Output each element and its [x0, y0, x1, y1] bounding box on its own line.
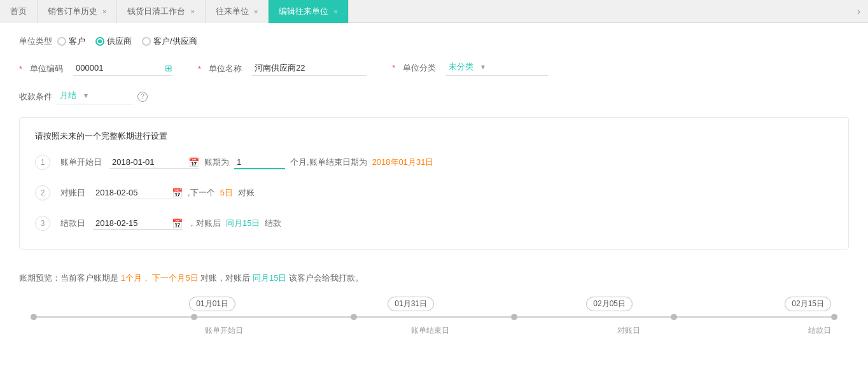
timeline-badge-2: 01月31日: [388, 297, 434, 311]
period-section-box: 请按照未来的一个完整帐期进行设置 1 账单开始日 📅 账期为 个月,账单结束日期…: [19, 117, 849, 250]
unit-name-input[interactable]: [252, 62, 367, 74]
radio-customer-label: 客户: [69, 36, 85, 47]
unit-name-required: *: [198, 64, 201, 74]
preview-part2: 下一个月5日: [152, 273, 198, 283]
timeline-start-dot: [31, 314, 37, 320]
tab-sales-order-history-close[interactable]: ×: [102, 8, 106, 15]
unit-class-value: 未分类: [446, 60, 476, 74]
tab-home[interactable]: 首页: [0, 0, 38, 23]
period-suffix-text-3: 结款: [265, 218, 281, 229]
period-section-title: 请按照未来的一个完整帐期进行设置: [35, 130, 833, 142]
timeline-node-3: 02月05日: [586, 297, 633, 311]
tab-edit-partner-unit[interactable]: 编辑往来单位 ×: [269, 0, 348, 23]
period-cal-icon-2[interactable]: 📅: [172, 188, 183, 198]
tab-edit-partner-unit-close[interactable]: ×: [333, 8, 337, 15]
period-end-text-1: 个月,账单结束日期为: [290, 157, 367, 168]
timeline-badge-4: 02月15日: [785, 297, 831, 311]
period-cal-icon-1[interactable]: 📅: [188, 157, 199, 167]
tab-partner-units-close[interactable]: ×: [254, 8, 258, 15]
tab-cash-flow-workbench-close[interactable]: ×: [190, 8, 194, 15]
period-date-input-2: 📅: [93, 186, 183, 199]
unit-type-radio-group: 客户 供应商 客户/供应商: [57, 36, 197, 47]
unit-code-input[interactable]: [73, 62, 162, 74]
unit-code-icon[interactable]: ⊞: [165, 63, 172, 73]
period-field-label-2: 对账日: [60, 187, 85, 199]
payment-condition-label: 收款条件: [19, 91, 52, 102]
timeline-label-col-4: 结款日: [808, 323, 831, 336]
tab-cash-flow-workbench[interactable]: 钱货日清工作台 ×: [117, 0, 205, 23]
timeline-line-1: [37, 316, 191, 318]
timeline-badge-3: 02月05日: [586, 297, 633, 311]
period-highlight-3: 同月15日: [226, 218, 260, 229]
radio-customer-supplier-circle: [142, 37, 151, 46]
period-date-value-2[interactable]: [93, 186, 169, 199]
tab-home-label: 首页: [10, 6, 27, 17]
period-row-3: 3 结款日 📅 ，对账后 同月15日 结款: [35, 216, 833, 231]
period-date-value-3[interactable]: [93, 217, 169, 229]
period-field-label-3: 结款日: [60, 218, 85, 229]
timeline-label-col-2: 账单结束日: [411, 323, 449, 336]
radio-customer-supplier[interactable]: 客户/供应商: [142, 36, 197, 47]
period-num-input-1[interactable]: [234, 156, 285, 169]
timeline-badge-1: 01月01日: [189, 297, 235, 311]
tabs-scroll-arrow[interactable]: ›: [850, 6, 868, 17]
tab-sales-order-history-label: 销售订单历史: [48, 6, 97, 17]
radio-customer[interactable]: 客户: [57, 36, 85, 47]
unit-code-required: *: [19, 64, 22, 74]
timeline-line-4: [517, 316, 671, 318]
payment-condition-chevron-icon: ▾: [81, 90, 90, 101]
period-date-input-3: 📅: [93, 217, 183, 230]
timeline-line-2: [197, 316, 351, 318]
period-suffix-text-2: 对账: [238, 187, 255, 199]
period-num-2: 2: [35, 185, 50, 201]
payment-condition-value: 月结: [57, 88, 79, 102]
timeline-dot-3: [511, 314, 517, 320]
preview-part4: 同月15日: [253, 273, 286, 283]
period-field-label-1: 账单开始日: [60, 157, 102, 168]
period-highlight-1: 2018年01月31日: [372, 157, 434, 168]
period-date-value-1[interactable]: [109, 156, 186, 168]
period-date-input-1: 📅: [109, 156, 199, 169]
timeline-label-3: 对账日: [617, 325, 640, 336]
preview-part1: 1个月，: [121, 273, 150, 283]
timeline-node-4: 02月15日: [785, 297, 831, 311]
radio-customer-supplier-label: 客户/供应商: [153, 36, 197, 47]
unit-type-row: 单位类型 客户 供应商 客户/供应商: [19, 36, 849, 47]
payment-help-icon[interactable]: ?: [137, 92, 148, 102]
unit-type-label: 单位类型: [19, 36, 52, 47]
tab-edit-partner-unit-label: 编辑往来单位: [279, 6, 328, 17]
unit-class-dropdown[interactable]: 未分类 ▾: [446, 60, 548, 76]
timeline-node-1: 01月01日: [189, 297, 235, 311]
radio-customer-circle: [57, 37, 66, 46]
tab-partner-units[interactable]: 往来单位 ×: [206, 0, 269, 23]
timeline-label-col-3: 对账日: [617, 323, 640, 336]
timeline-label-4: 结款日: [808, 325, 831, 336]
radio-supplier-circle: [95, 37, 104, 46]
timeline-node-2: 01月31日: [388, 297, 434, 311]
period-prefix-text-3: ，对账后: [188, 218, 221, 229]
period-row-2: 2 对账日 📅 ,下一个 5日 对账: [35, 185, 833, 201]
main-content: 单位类型 客户 供应商 客户/供应商 * 单位编码 ⊞: [0, 23, 868, 387]
tab-sales-order-history[interactable]: 销售订单历史 ×: [38, 0, 117, 23]
timeline-label-col-1: 账单开始日: [205, 323, 243, 336]
tab-partner-units-label: 往来单位: [216, 6, 249, 17]
preview-text: 账期预览：当前客户账期是 1个月， 下一个月5日 对账，对账后 同月15日 该客…: [19, 272, 849, 284]
payment-condition-row: 收款条件 月结 ▾ ?: [19, 88, 849, 104]
period-mid-text-1: 账期为: [204, 157, 229, 168]
preview-label: 账期预览：当前客户账期是: [19, 273, 118, 283]
preview-part3: 对账，对账后: [200, 273, 250, 283]
radio-supplier[interactable]: 供应商: [95, 36, 132, 47]
timeline-label-2: 账单结束日: [411, 325, 449, 336]
period-row-1: 1 账单开始日 📅 账期为 个月,账单结束日期为 2018年01月31日: [35, 155, 833, 170]
period-cal-icon-3[interactable]: 📅: [172, 218, 183, 229]
timeline-dot-4: [671, 314, 677, 320]
unit-name-field: [252, 62, 367, 76]
payment-condition-dropdown[interactable]: 月结 ▾: [57, 88, 134, 104]
period-highlight-2: 5日: [220, 187, 233, 199]
timeline-line-3: [357, 316, 511, 318]
unit-fields-row: * 单位编码 ⊞ * 单位名称 * 单位分类 未分类 ▾: [19, 60, 849, 76]
period-prefix-text-2: ,下一个: [188, 187, 215, 199]
timeline-end-dot: [831, 314, 837, 320]
unit-class-label: 单位分类: [403, 62, 436, 74]
timeline-dot-1: [191, 314, 197, 320]
